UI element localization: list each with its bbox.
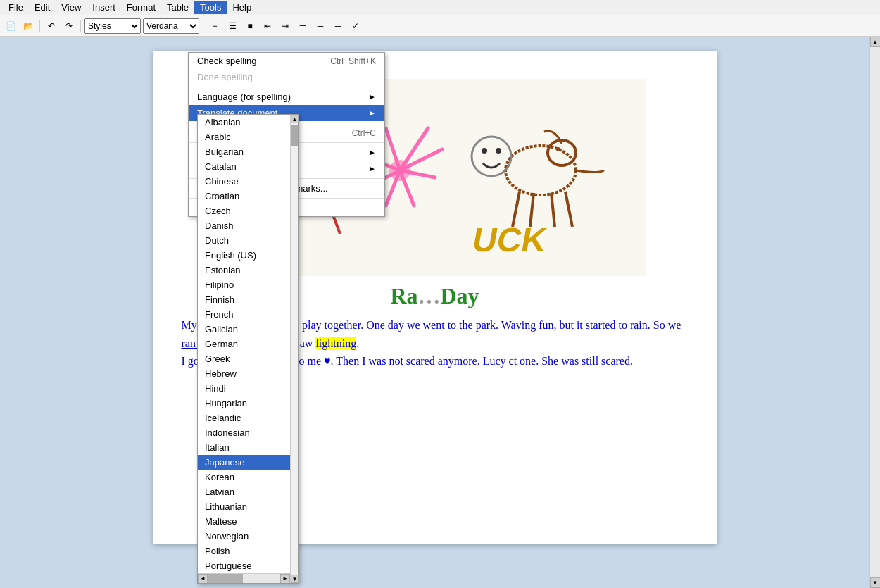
title-part1: Ra bbox=[390, 283, 417, 308]
indent-increase-button[interactable]: ⇥ bbox=[277, 18, 293, 34]
lang-scroll-up[interactable]: ▲ bbox=[291, 115, 299, 123]
search-web-arrow: ► bbox=[369, 165, 376, 173]
lang-japanese[interactable]: Japanese bbox=[198, 455, 290, 470]
toolbar-sep-2 bbox=[80, 20, 81, 32]
lang-chinese[interactable]: Chinese bbox=[198, 174, 290, 189]
svg-point-26 bbox=[482, 148, 487, 154]
svg-point-27 bbox=[496, 148, 501, 154]
done-spelling-label: Done spelling bbox=[197, 72, 253, 82]
menu-sep-1 bbox=[189, 87, 384, 87]
lang-albanian[interactable]: Albanian bbox=[198, 115, 290, 130]
scroll-down-arrow[interactable]: ▼ bbox=[870, 577, 881, 588]
hscroll-thumb[interactable] bbox=[208, 574, 243, 584]
lang-german[interactable]: German bbox=[198, 337, 290, 351]
lookup-arrow: ► bbox=[369, 149, 376, 156]
lang-norwegian[interactable]: Norwegian bbox=[198, 529, 290, 544]
unordered-list-button[interactable]: ■ bbox=[242, 18, 258, 34]
svg-point-16 bbox=[389, 160, 410, 181]
body-text-8: e to me ♥. Then I was not scared anymore… bbox=[288, 355, 514, 367]
svg-point-23 bbox=[556, 147, 560, 151]
check-spelling-item[interactable]: Check spelling Ctrl+Shift+K bbox=[189, 53, 384, 69]
menu-help[interactable]: Help bbox=[227, 1, 257, 14]
menu-format[interactable]: Format bbox=[121, 1, 161, 14]
word-count-shortcut: Ctrl+C bbox=[352, 128, 376, 138]
lang-italian[interactable]: Italian bbox=[198, 440, 290, 455]
toolbar-sep-3 bbox=[203, 20, 203, 32]
check-spelling-label: Check spelling bbox=[197, 56, 257, 66]
lang-portuguese[interactable]: Portuguese bbox=[198, 558, 290, 573]
menu-insert[interactable]: Insert bbox=[87, 1, 121, 14]
lang-greek[interactable]: Greek bbox=[198, 351, 290, 366]
lang-czech[interactable]: Czech bbox=[198, 204, 290, 218]
lang-finnish[interactable]: Finnish bbox=[198, 292, 290, 307]
body-text-3: aving fun, but it started to rain. So we bbox=[511, 319, 681, 331]
ordered-list-button[interactable]: ☰ bbox=[225, 18, 240, 34]
hscroll-track bbox=[208, 574, 280, 584]
language-item[interactable]: Language (for spelling) ► bbox=[189, 89, 384, 105]
align-right-button[interactable]: ─ bbox=[330, 18, 346, 34]
lang-icelandic[interactable]: Icelandic bbox=[198, 411, 290, 425]
toolbar-sep-1 bbox=[39, 20, 40, 32]
doc-area: UCK Ra…Day bbox=[0, 37, 869, 588]
spellcheck-button[interactable]: ✓ bbox=[348, 18, 363, 34]
main-area: UCK Ra…Day bbox=[0, 37, 880, 588]
open-button[interactable]: 📂 bbox=[20, 18, 36, 34]
lang-maltese[interactable]: Maltese bbox=[198, 514, 290, 529]
title-part2: Day bbox=[441, 283, 479, 308]
title-ellipsis: … bbox=[418, 283, 441, 308]
lang-estonian[interactable]: Estonian bbox=[198, 263, 290, 277]
lang-dutch[interactable]: Dutch bbox=[198, 233, 290, 248]
done-spelling-item: Done spelling bbox=[189, 69, 384, 85]
lang-polish[interactable]: Polish bbox=[198, 544, 290, 558]
toolbar: 📄 📂 ↶ ↷ Styles Verdana − ☰ ■ ⇤ ⇥ ═ ─ ─ ✓ bbox=[0, 15, 880, 37]
menubar: File Edit View Insert Format Table Tools… bbox=[0, 0, 880, 15]
align-center-button[interactable]: ═ bbox=[295, 18, 310, 34]
lang-latvian[interactable]: Latvian bbox=[198, 484, 290, 499]
new-doc-button[interactable]: 📄 bbox=[3, 18, 18, 34]
language-list: Albanian Arabic Bulgarian Catalan Chines… bbox=[198, 115, 290, 583]
undo-button[interactable]: ↶ bbox=[44, 18, 59, 34]
redo-button[interactable]: ↷ bbox=[61, 18, 77, 34]
lang-danish[interactable]: Danish bbox=[198, 218, 290, 233]
svg-text:UCK: UCK bbox=[470, 220, 549, 258]
lang-lithuanian[interactable]: Lithuanian bbox=[198, 499, 290, 514]
lang-galician[interactable]: Galician bbox=[198, 322, 290, 337]
lang-catalan[interactable]: Catalan bbox=[198, 159, 290, 174]
menu-file[interactable]: File bbox=[3, 1, 29, 14]
lang-french[interactable]: French bbox=[198, 307, 290, 322]
font-select[interactable]: Verdana bbox=[143, 18, 199, 34]
lang-english-us[interactable]: English (US) bbox=[198, 248, 290, 263]
check-spelling-shortcut: Ctrl+Shift+K bbox=[330, 56, 376, 66]
lang-filipino[interactable]: Filipino bbox=[198, 277, 290, 292]
right-scrollbar[interactable]: ▲ ▼ bbox=[869, 37, 880, 588]
lang-scroll-thumb[interactable] bbox=[291, 125, 298, 146]
menu-edit[interactable]: Edit bbox=[29, 1, 56, 14]
menu-view[interactable]: View bbox=[56, 1, 87, 14]
lang-croatian[interactable]: Croatian bbox=[198, 189, 290, 204]
lang-bulgarian[interactable]: Bulgarian bbox=[198, 144, 290, 159]
lang-hindi[interactable]: Hindi bbox=[198, 381, 290, 396]
translate-arrow: ► bbox=[369, 109, 376, 117]
lang-arabic[interactable]: Arabic bbox=[198, 130, 290, 144]
scroll-up-arrow[interactable]: ▲ bbox=[870, 37, 881, 47]
body-text-9: t one. She was still scared. bbox=[514, 355, 633, 367]
body-text-6: . bbox=[356, 337, 359, 349]
lightning-text: lightning bbox=[315, 337, 356, 349]
language-arrow: ► bbox=[369, 93, 376, 101]
lang-hscrollbar[interactable]: ◄ ► bbox=[198, 573, 290, 583]
hscroll-right-arrow[interactable]: ► bbox=[280, 574, 290, 584]
lang-vscrollbar[interactable]: ▲ ▼ bbox=[290, 115, 298, 583]
style-select[interactable]: Styles bbox=[84, 18, 141, 34]
lang-korean[interactable]: Korean bbox=[198, 470, 290, 484]
indent-decrease-button[interactable]: ⇤ bbox=[260, 18, 275, 34]
translate-submenu: Albanian Arabic Bulgarian Catalan Chines… bbox=[197, 114, 299, 584]
menu-tools[interactable]: Tools bbox=[194, 1, 227, 14]
font-size-decrease-button[interactable]: − bbox=[207, 18, 222, 34]
menu-table[interactable]: Table bbox=[161, 1, 194, 14]
hscroll-left-arrow[interactable]: ◄ bbox=[198, 574, 208, 584]
lang-hungarian[interactable]: Hungarian bbox=[198, 396, 290, 411]
lang-scroll-down[interactable]: ▼ bbox=[291, 575, 299, 583]
lang-hebrew[interactable]: Hebrew bbox=[198, 366, 290, 381]
lang-indonesian[interactable]: Indonesian bbox=[198, 425, 290, 440]
align-left-button[interactable]: ─ bbox=[313, 18, 328, 34]
